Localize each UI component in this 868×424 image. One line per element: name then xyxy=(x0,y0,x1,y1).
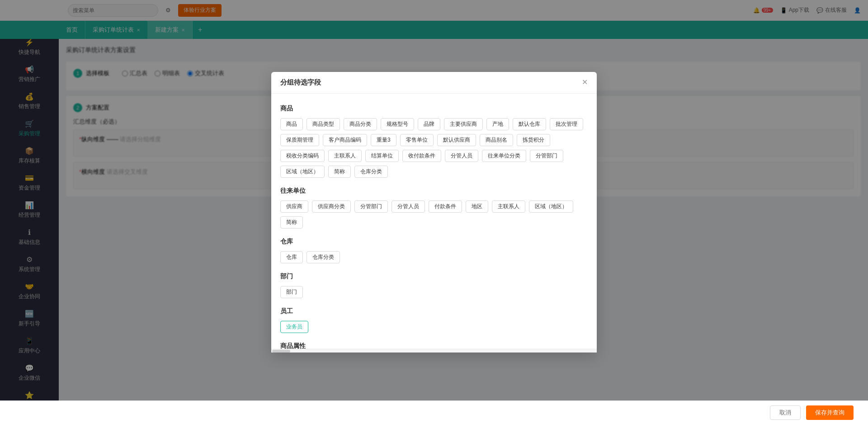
field-tag[interactable]: 分管部门 xyxy=(354,200,388,213)
section-title-员工: 员工 xyxy=(280,307,588,315)
field-tags-仓库: 仓库仓库分类 xyxy=(280,251,588,263)
field-tag[interactable]: 默认仓库 xyxy=(513,118,546,130)
section-title-商品属性: 商品属性 xyxy=(280,342,588,349)
modal-header: 分组待选字段 ✕ xyxy=(271,72,597,94)
field-tags-部门: 部门 xyxy=(280,286,588,298)
field-tag[interactable]: 商品分类 xyxy=(344,118,377,130)
field-tag[interactable]: 规格型号 xyxy=(381,118,414,130)
field-tag[interactable]: 区域（地区） xyxy=(280,166,325,178)
section-title-部门: 部门 xyxy=(280,272,588,281)
field-tag[interactable]: 主要供应商 xyxy=(444,118,483,130)
field-tag[interactable]: 部门 xyxy=(280,286,303,298)
field-tag[interactable]: 结算单位 xyxy=(365,150,399,162)
field-tag[interactable]: 仓库分类 xyxy=(307,251,340,263)
modal-overlay: 分组待选字段 ✕ 商品商品商品类型商品分类规格型号品牌主要供应商产地默认仓库批次… xyxy=(0,0,868,424)
field-tags-员工: 业务员 xyxy=(280,321,588,333)
field-tag[interactable]: 地区 xyxy=(466,200,488,213)
field-tag[interactable]: 商品类型 xyxy=(307,118,340,130)
modal-horizontal-scrollbar[interactable] xyxy=(271,349,597,353)
footer-buttons: 取消 保存并查询 xyxy=(0,400,868,424)
field-tag[interactable]: 分管人员 xyxy=(392,200,425,213)
field-tag[interactable]: 简称 xyxy=(328,166,351,178)
field-select-modal: 分组待选字段 ✕ 商品商品商品类型商品分类规格型号品牌主要供应商产地默认仓库批次… xyxy=(271,72,597,353)
field-tag[interactable]: 批次管理 xyxy=(550,118,583,130)
field-tag[interactable]: 往来单位分类 xyxy=(482,150,526,162)
field-tag[interactable]: 付款条件 xyxy=(429,200,462,213)
field-tags-往来单位: 供应商供应商分类分管部门分管人员付款条件地区主联系人区域（地区）简称 xyxy=(280,200,588,229)
field-tags-商品: 商品商品类型商品分类规格型号品牌主要供应商产地默认仓库批次管理保质期管理客户商品… xyxy=(280,118,588,178)
field-tag[interactable]: 商品别名 xyxy=(480,134,513,146)
field-tag[interactable]: 零售单位 xyxy=(400,134,434,146)
field-tag[interactable]: 商品 xyxy=(280,118,303,130)
field-tag[interactable]: 简称 xyxy=(280,216,303,229)
save-query-button[interactable]: 保存并查询 xyxy=(806,405,854,420)
modal-title: 分组待选字段 xyxy=(280,78,321,87)
section-title-商品: 商品 xyxy=(280,105,588,113)
section-title-往来单位: 往来单位 xyxy=(280,187,588,195)
field-tag[interactable]: 供应商分类 xyxy=(312,200,351,213)
cancel-button[interactable]: 取消 xyxy=(770,405,801,420)
field-tag[interactable]: 仓库 xyxy=(280,251,303,263)
field-tag[interactable]: 主联系人 xyxy=(328,150,362,162)
field-tag[interactable]: 保质期管理 xyxy=(280,134,319,146)
field-tag[interactable]: 收付款条件 xyxy=(402,150,441,162)
field-tag[interactable]: 区域（地区） xyxy=(529,200,573,213)
field-tag[interactable]: 拣货积分 xyxy=(517,134,550,146)
modal-body[interactable]: 商品商品商品类型商品分类规格型号品牌主要供应商产地默认仓库批次管理保质期管理客户… xyxy=(271,94,597,349)
field-tag[interactable]: 客户商品编码 xyxy=(323,134,367,146)
field-tag[interactable]: 税收分类编码 xyxy=(280,150,325,162)
modal-close-button[interactable]: ✕ xyxy=(582,79,588,86)
scrollbar-thumb xyxy=(272,350,290,353)
field-tag[interactable]: 业务员 xyxy=(280,321,308,333)
field-tag[interactable]: 重量3 xyxy=(371,134,396,146)
section-title-仓库: 仓库 xyxy=(280,238,588,246)
field-tag[interactable]: 分管人员 xyxy=(445,150,478,162)
field-tag[interactable]: 供应商 xyxy=(280,200,308,213)
field-tag[interactable]: 产地 xyxy=(486,118,509,130)
field-tag[interactable]: 品牌 xyxy=(418,118,440,130)
field-tag[interactable]: 仓库分类 xyxy=(354,166,388,178)
field-tag[interactable]: 默认供应商 xyxy=(437,134,476,146)
field-tag[interactable]: 分管部门 xyxy=(530,150,563,162)
field-tag[interactable]: 主联系人 xyxy=(492,200,525,213)
